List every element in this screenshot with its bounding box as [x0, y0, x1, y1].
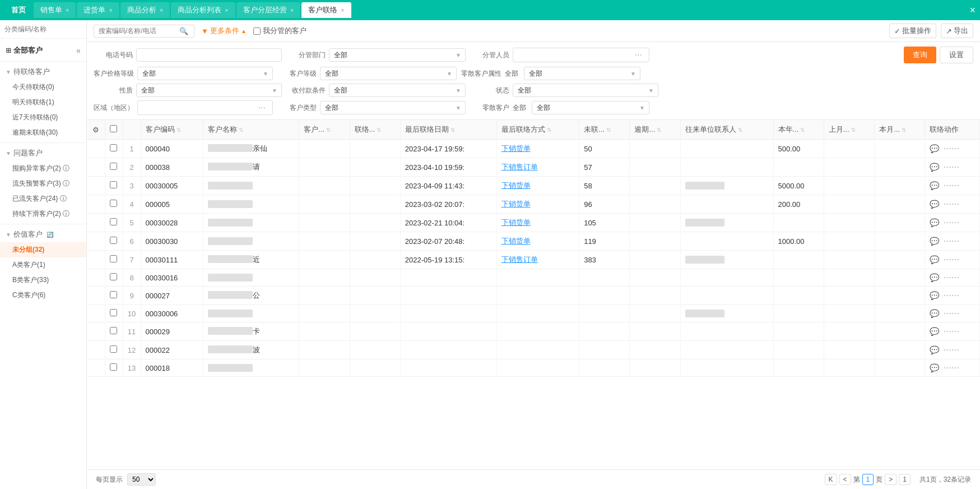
manager-dots[interactable]: ··· — [633, 50, 644, 60]
sidebar-group-problem[interactable]: ▼ 问题客户 — [0, 145, 86, 161]
sidebar-item-hoard-abnormal[interactable]: 囤购异常客户(2) ⓘ — [0, 161, 86, 176]
select-dept[interactable]: 全部 — [329, 48, 466, 62]
action-more-9[interactable]: ⋯⋯ — [944, 309, 959, 318]
action-more-11[interactable]: ⋯⋯ — [944, 345, 959, 354]
action-msg-6[interactable]: 💬 — [930, 255, 939, 264]
sidebar-item-class-c[interactable]: C类客户(6) — [0, 288, 86, 303]
select-price-level[interactable]: 全部 — [137, 67, 273, 80]
contact-type-link-0[interactable]: 下销货单 — [501, 144, 531, 153]
sidebar-all-customers[interactable]: ⊞ 全部客户 « — [0, 42, 86, 59]
action-msg-12[interactable]: 💬 — [930, 363, 939, 372]
close-all-button[interactable]: × — [969, 4, 976, 16]
last-page-btn[interactable]: 1 — [899, 474, 911, 485]
row-checkbox-5[interactable] — [110, 237, 117, 244]
sort-not-contact[interactable]: ⇅ — [606, 127, 611, 133]
tab-customer-contact-close[interactable]: × — [341, 7, 344, 13]
action-more-1[interactable]: ⋯⋯ — [944, 163, 959, 172]
select-retail-attr[interactable]: 全部 — [524, 67, 640, 80]
action-msg-1[interactable]: 💬 — [930, 163, 939, 172]
sidebar-item-declining[interactable]: 持续下滑客户(2) ⓘ — [0, 206, 86, 222]
tab-customer-tier[interactable]: 客户分层经营 × — [236, 2, 300, 18]
tab-customer-tier-close[interactable]: × — [290, 7, 294, 13]
sidebar-item-ungrouped[interactable]: 未分组(32) — [0, 242, 86, 257]
sidebar-item-7days[interactable]: 近7天待联络(0) — [0, 110, 86, 125]
tab-goods-list-close[interactable]: × — [225, 7, 228, 13]
contact-type-link-4[interactable]: 下销货单 — [501, 218, 531, 227]
tab-sales-close[interactable]: × — [66, 7, 69, 13]
sidebar-item-overdue[interactable]: 逾期未联络(30) — [0, 125, 86, 140]
action-msg-7[interactable]: 💬 — [930, 273, 939, 282]
action-msg-11[interactable]: 💬 — [930, 345, 939, 354]
select-customer-type[interactable]: 全部 — [320, 101, 466, 114]
action-msg-10[interactable]: 💬 — [930, 327, 939, 336]
search-icon[interactable]: 🔍 — [179, 27, 188, 35]
reset-button[interactable]: 设置 — [940, 47, 973, 63]
action-more-2[interactable]: ⋯⋯ — [944, 181, 959, 190]
row-checkbox-6[interactable] — [110, 255, 117, 262]
action-msg-4[interactable]: 💬 — [930, 218, 939, 227]
tab-sales[interactable]: 销售单 × — [34, 2, 76, 18]
action-more-8[interactable]: ⋯⋯ — [944, 291, 959, 300]
sidebar-collapse-icon[interactable]: « — [76, 46, 81, 55]
contact-type-link-5[interactable]: 下销货单 — [501, 237, 531, 245]
tab-customer-contact[interactable]: 客户联络 × — [301, 2, 351, 18]
sidebar-item-tomorrow[interactable]: 明天待联络(1) — [0, 95, 86, 110]
sort-contact-person[interactable]: ⇅ — [738, 127, 742, 133]
row-checkbox-1[interactable] — [110, 163, 117, 170]
more-conditions-btn[interactable]: ▼ 更多条件 ▲ — [201, 26, 247, 36]
action-more-4[interactable]: ⋯⋯ — [944, 218, 959, 227]
select-payment[interactable]: 全部 — [329, 84, 466, 97]
select-retail[interactable]: 全部 — [532, 101, 649, 114]
sort-type[interactable]: ⇅ — [326, 127, 331, 133]
sort-overdue[interactable]: ⇅ — [657, 127, 661, 133]
sidebar-item-class-a[interactable]: A类客户(1) — [0, 257, 86, 273]
action-more-0[interactable]: ⋯⋯ — [944, 144, 959, 153]
row-checkbox-10[interactable] — [110, 327, 117, 334]
sidebar-search-input[interactable] — [4, 25, 87, 33]
row-checkbox-0[interactable] — [110, 144, 117, 151]
row-checkbox-9[interactable] — [110, 309, 117, 316]
action-more-6[interactable]: ⋯⋯ — [944, 255, 959, 264]
region-dots[interactable]: ··· — [256, 103, 268, 113]
action-msg-3[interactable]: 💬 — [930, 200, 939, 209]
tab-home[interactable]: 首页 — [4, 2, 32, 18]
sidebar-group-pending[interactable]: ▼ 待联络客户 — [0, 64, 86, 80]
sort-contact[interactable]: ⇅ — [377, 127, 381, 133]
sort-name[interactable]: ⇅ — [239, 127, 243, 133]
action-msg-5[interactable]: 💬 — [930, 237, 939, 246]
contact-type-link-6[interactable]: 下销售订单 — [501, 255, 538, 264]
sort-last-date[interactable]: ⇅ — [450, 127, 455, 133]
row-checkbox-2[interactable] — [110, 181, 117, 188]
input-phone[interactable] — [136, 48, 282, 62]
action-msg-9[interactable]: 💬 — [930, 309, 939, 318]
check-all[interactable] — [110, 125, 117, 132]
select-customer-level[interactable]: 全部 — [320, 67, 457, 80]
action-msg-2[interactable]: 💬 — [930, 181, 939, 190]
tab-purchase[interactable]: 进货单 × — [77, 2, 119, 18]
tab-purchase-close[interactable]: × — [109, 7, 112, 13]
action-more-7[interactable]: ⋯⋯ — [944, 273, 959, 282]
search-input[interactable] — [99, 27, 177, 35]
contact-type-link-1[interactable]: 下销售订单 — [501, 163, 538, 171]
action-more-5[interactable]: ⋯⋯ — [944, 237, 959, 246]
row-checkbox-8[interactable] — [110, 291, 117, 298]
next-page-btn[interactable]: > — [885, 474, 897, 485]
my-customers-checkbox[interactable] — [253, 27, 261, 35]
contact-type-link-3[interactable]: 下销货单 — [501, 200, 531, 208]
action-more-10[interactable]: ⋯⋯ — [944, 327, 959, 336]
export-button[interactable]: ↗ 导出 — [941, 24, 973, 38]
prev-page-btn[interactable]: < — [839, 474, 851, 485]
sort-code[interactable]: ⇅ — [177, 127, 181, 133]
sidebar-item-class-b[interactable]: B类客户(33) — [0, 273, 86, 288]
first-page-btn[interactable]: K — [825, 474, 837, 485]
action-more-12[interactable]: ⋯⋯ — [944, 363, 959, 372]
th-settings[interactable]: ⚙ — [87, 120, 105, 140]
page-size-select[interactable]: 50 100 200 — [127, 473, 156, 486]
sort-last-type[interactable]: ⇅ — [547, 127, 551, 133]
row-checkbox-12[interactable] — [110, 363, 117, 371]
sidebar-group-value[interactable]: ▼ 价值客户 🔄 — [0, 227, 86, 242]
sidebar-item-today[interactable]: 今天待联络(0) — [0, 80, 86, 95]
sort-this-year[interactable]: ⇅ — [800, 127, 805, 133]
sidebar-item-churn-warning[interactable]: 流失预警客户(3) ⓘ — [0, 176, 86, 191]
select-nature[interactable]: 全部 — [136, 84, 282, 97]
